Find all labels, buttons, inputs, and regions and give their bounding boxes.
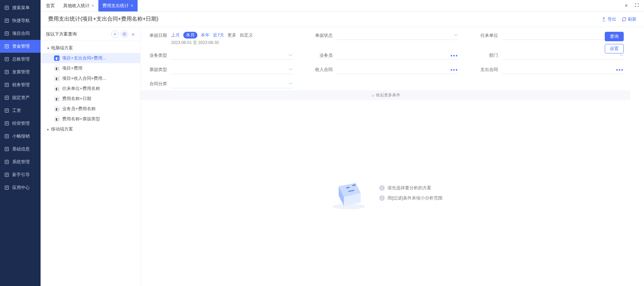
scheme-item-label: 往来单位+费用名称 [62,86,100,92]
nav-label: 新手引导 [12,172,30,178]
filter-label: 票据类型 [147,66,167,73]
close-icon[interactable]: × [92,3,94,8]
page-title: 费用支出统计(项目+支出合同+费用名称+日期) [48,16,596,23]
nav-item-2[interactable]: 项目合同 [0,27,41,40]
nav-label: 项目合同 [12,30,30,37]
ledger-icon [4,56,9,62]
scheme-group-1[interactable]: ▸移动端方案 [41,124,140,134]
refresh-button[interactable]: 刷新 [622,16,637,22]
nav-item-10[interactable]: 小畅报销 [0,130,41,143]
scheme-panel: 按以下方案查询 ＋ « ▾电脑端方案◧项目+支出合同+费用...◧项目+费用◧项… [41,27,141,286]
bars-icon: ◧ [54,66,59,71]
nav-item-11[interactable]: 基础信息 [0,143,41,156]
close-all-icon[interactable]: × [621,3,631,9]
filter-input-incontract[interactable]: ••• [337,66,458,74]
filter-salesman: 业务员••• [313,52,458,60]
filter-label: 支出合同 [478,66,498,73]
filter-input-status[interactable]: ﹀ [337,32,458,40]
scheme-group-0[interactable]: ▾电脑端方案 [41,43,140,53]
scheme-title: 按以下方案查询 [46,31,109,37]
filter-form: 单据日期上月本月本年近7天更多自定义2023-06-01 至 2023-06-3… [141,27,630,90]
group-label: 移动端方案 [51,126,73,132]
tab-bar: 首页其他收入统计×费用支出统计× × [41,0,644,11]
settings-button[interactable]: 设置 [605,44,624,53]
svg-rect-2 [5,32,9,35]
nav-label: 工资 [12,108,21,114]
filter-status: 单据状态﹀ [313,32,458,46]
svg-point-15 [124,34,125,35]
chart-icon: ◧ [54,96,59,101]
nav-item-1[interactable]: 快捷导航 [0,14,41,27]
filter-input-biztype[interactable]: ﹀ [171,52,293,60]
nav-label: 基础信息 [12,146,30,152]
scheme-item-label: 费用名称+票据类型 [62,116,100,122]
nav-label: 资金管理 [12,43,30,49]
filter-input-salesman[interactable]: ••• [337,52,458,60]
nav-item-12[interactable]: 系统管理 [0,156,41,168]
date-opt-0[interactable]: 上月 [171,32,180,38]
scheme-item-0-3[interactable]: ◧往来单位+费用名称 [41,84,140,94]
swap-icon: ◧ [54,86,59,91]
export-button[interactable]: 导出 [601,16,616,22]
nav-item-5[interactable]: 发票管理 [0,66,41,78]
filter-input-outcontract[interactable]: ••• [502,66,624,74]
scheme-item-label: 费用名称+日期 [62,96,91,102]
scheme-settings-icon[interactable] [121,30,128,38]
add-scheme-icon[interactable]: ＋ [111,30,119,38]
scheme-item-0-6[interactable]: ◧费用名称+票据类型 [41,114,140,124]
tab-label: 首页 [46,3,55,9]
tab-label: 其他收入统计 [63,3,90,9]
nav-item-3[interactable]: 资金管理 [0,40,41,53]
nav-item-6[interactable]: 税务管理 [0,78,41,91]
date-opt-4[interactable]: 更多 [228,32,236,38]
nav-item-13[interactable]: 新手引导 [0,168,41,181]
caret-icon: ▾ [47,46,49,50]
filter-input-contractcat[interactable]: ﹀ [171,80,293,88]
svg-rect-5 [5,70,9,74]
collapse-scheme-icon[interactable]: « [130,30,136,38]
tab-1[interactable]: 其他收入统计× [59,0,98,11]
filter-input-billtype[interactable]: ﹀ [171,66,293,74]
date-opt-5[interactable]: 自定义 [240,32,253,38]
salary-icon [4,108,9,113]
filter-label: 单据日期 [147,32,167,39]
date-opt-3[interactable]: 近7天 [213,32,224,38]
nav-item-0[interactable]: 搜索菜单 [0,1,41,14]
more-icon: ••• [451,67,458,73]
nav-item-7[interactable]: 固定资产 [0,91,41,104]
doc-icon: ◧ [54,116,59,122]
scheme-item-0-5[interactable]: ◧业务员+费用名称 [41,104,140,114]
scheme-item-0-1[interactable]: ◧项目+费用 [41,63,140,73]
scheme-item-0-4[interactable]: ◧费用名称+日期 [41,94,140,104]
scheme-item-label: 项目+收入合同+费用... [62,75,106,81]
target-icon: ◧ [54,55,59,61]
biz-icon [4,121,9,126]
fullscreen-icon[interactable] [631,3,643,8]
date-opt-2[interactable]: 本年 [201,32,210,38]
step-badge-2: 2 [379,195,385,201]
nav-item-14[interactable]: 应用中心 [0,181,41,194]
filter-label: 合同分类 [147,80,167,87]
svg-rect-8 [5,109,9,113]
nav-item-8[interactable]: 工资 [0,104,41,117]
filter-label: 部门 [478,52,498,58]
collapse-filters-button[interactable]: 收起更多条件 [141,90,630,100]
nav-label: 快捷导航 [12,18,30,24]
tab-2[interactable]: 费用支出统计× [98,0,138,11]
query-button[interactable]: 查询 [605,32,624,41]
nav-item-9[interactable]: 经营管理 [0,117,41,130]
chevron-down-icon: ﹀ [289,67,293,73]
folder-icon [4,31,9,36]
empty-illustration [329,176,369,210]
chevron-down-icon: ﹀ [620,53,624,58]
close-icon[interactable]: × [131,3,133,8]
nav-label: 小畅报销 [12,133,30,139]
date-opt-1[interactable]: 本月 [183,32,197,39]
svg-rect-6 [5,83,9,87]
svg-rect-1 [5,19,9,23]
tab-0[interactable]: 首页 [42,0,59,11]
nav-item-4[interactable]: 总账管理 [0,53,41,66]
scheme-item-0-2[interactable]: ◧项目+收入合同+费用... [41,73,140,84]
filter-label: 业务类型 [147,52,167,58]
scheme-item-0-0[interactable]: ◧项目+支出合同+费用... [41,53,140,63]
